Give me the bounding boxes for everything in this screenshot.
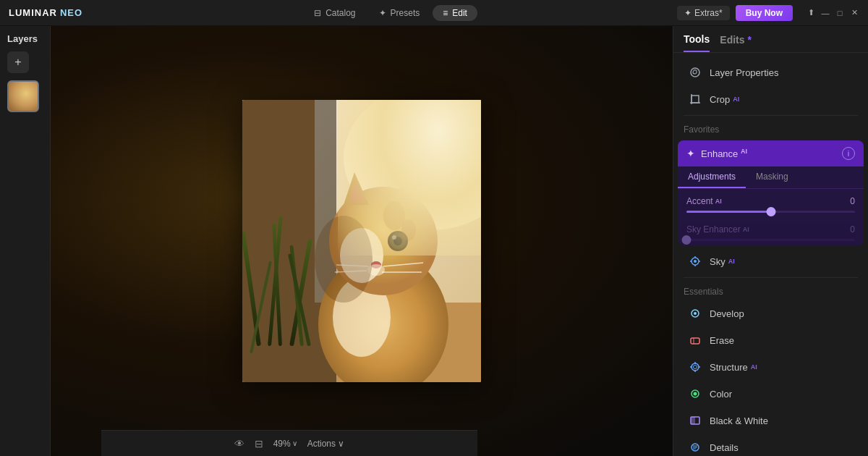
- structure-item[interactable]: StructureAI: [678, 354, 864, 380]
- layers-title: Layers: [0, 26, 50, 48]
- edits-dot: *: [747, 34, 751, 46]
- sky-icon: [688, 254, 702, 269]
- crop-label: CropAI: [710, 94, 739, 105]
- essentials-label: Essentials: [673, 281, 868, 300]
- svg-point-46: [694, 260, 697, 263]
- tools-tab-label: Tools: [684, 33, 710, 45]
- layer-properties-item[interactable]: Layer Properties: [678, 59, 864, 85]
- color-icon: [688, 387, 702, 401]
- develop-icon: [688, 306, 702, 321]
- sky-enhancer-slider-thumb[interactable]: [682, 235, 692, 245]
- sky-enhancer-label-row: Sky Enhancer AI 0: [686, 224, 855, 235]
- enhance-section: ✦ Enhance AI i Adjustments Masking: [678, 140, 864, 245]
- zoom-chevron-icon: ∨: [292, 439, 297, 447]
- structure-icon: [688, 360, 702, 374]
- visibility-toggle[interactable]: 👁: [234, 438, 244, 449]
- svg-point-56: [694, 366, 697, 369]
- bw-label: Black & White: [710, 415, 768, 426]
- svg-point-55: [692, 363, 699, 371]
- enhance-label: Enhance AI: [701, 148, 747, 159]
- enhance-header[interactable]: ✦ Enhance AI i: [678, 140, 864, 166]
- accent-label-row: Accent AI 0: [686, 196, 855, 206]
- svg-rect-42: [692, 96, 699, 103]
- layer-thumb-image: [9, 82, 38, 111]
- svg-marker-3: [15, 90, 21, 96]
- enhance-subtabs: Adjustments Masking: [678, 166, 864, 189]
- divider-2: [684, 277, 858, 278]
- buy-now-button[interactable]: Buy Now: [736, 5, 793, 21]
- svg-point-1: [14, 90, 35, 112]
- presets-label: Presets: [391, 8, 420, 18]
- bw-icon: [688, 413, 702, 428]
- enhance-subtab-adjustments[interactable]: Adjustments: [678, 166, 746, 188]
- add-layer-button[interactable]: +: [7, 51, 29, 73]
- erase-label: Erase: [710, 335, 734, 346]
- erase-icon: [688, 333, 702, 347]
- svg-point-52: [694, 312, 697, 315]
- sky-enhancer-value: 0: [850, 224, 855, 235]
- extras-label: Extras*: [694, 8, 723, 18]
- zoom-display: 49% ∨: [273, 439, 297, 449]
- svg-point-8: [23, 98, 26, 100]
- enhance-subtab-masking[interactable]: Masking: [746, 166, 799, 188]
- details-icon: [688, 440, 702, 455]
- sky-enhancer-slider-row: Sky Enhancer AI 0: [678, 217, 864, 245]
- erase-item[interactable]: Erase: [678, 327, 864, 353]
- titlebar: LUMINAR NEO ⊟ Catalog ✦ Presets ≡ Edit ✦…: [0, 0, 868, 26]
- layer-thumbnail[interactable]: [7, 80, 39, 112]
- right-panel: Tools Edits * Layer Properties: [673, 26, 868, 456]
- minimize-button[interactable]: —: [820, 8, 830, 18]
- color-label: Color: [710, 389, 732, 400]
- share-icon[interactable]: ⬆: [806, 8, 816, 18]
- svg-rect-0: [9, 82, 39, 112]
- bottom-toolbar: 👁 ⊟ 49% ∨ Actions ∨: [101, 430, 477, 456]
- tab-tools[interactable]: Tools: [684, 33, 710, 52]
- accent-slider-thumb[interactable]: [766, 207, 775, 216]
- structure-ai-badge: AI: [751, 363, 757, 371]
- divider-1: [684, 115, 858, 116]
- titlebar-actions: ✦ Extras* Buy Now ⬆ — □ ✕: [677, 5, 859, 21]
- svg-point-2: [17, 88, 33, 104]
- accent-value: 0: [850, 196, 855, 206]
- edit-label: Edit: [452, 8, 467, 18]
- logo-neo-text: NEO: [60, 7, 82, 18]
- details-label: Details: [710, 442, 739, 453]
- layers-panel: Layers +: [0, 26, 51, 456]
- svg-point-5: [24, 93, 31, 100]
- develop-item[interactable]: Develop: [678, 300, 864, 326]
- tools-section: Layer Properties CropAI Favorites: [673, 53, 868, 456]
- bw-item[interactable]: Black & White: [678, 408, 864, 434]
- sky-ai-badge: AI: [728, 258, 735, 265]
- extras-button[interactable]: ✦ Extras*: [677, 6, 730, 20]
- nav-tab-presets[interactable]: ✦ Presets: [369, 5, 430, 21]
- crop-ai-badge: AI: [733, 96, 739, 103]
- crop-item[interactable]: CropAI: [678, 86, 864, 112]
- nav-tab-catalog[interactable]: ⊟ Catalog: [304, 5, 365, 21]
- color-item[interactable]: Color: [678, 381, 864, 407]
- enhance-header-left: ✦ Enhance AI: [686, 148, 747, 159]
- accent-slider-track[interactable]: [686, 211, 855, 213]
- crop-icon: [688, 92, 702, 106]
- enhance-info-button[interactable]: i: [842, 147, 855, 160]
- sky-enhancer-slider-track[interactable]: [686, 239, 855, 241]
- tab-edits[interactable]: Edits *: [720, 34, 752, 51]
- accent-slider-row: Accent AI 0: [678, 189, 864, 217]
- compare-tool[interactable]: ⊟: [255, 438, 263, 449]
- svg-point-7: [16, 92, 25, 104]
- canvas-area: 👁 ⊟ 49% ∨ Actions ∨: [51, 26, 673, 456]
- sky-item[interactable]: Sky AI: [678, 248, 864, 274]
- panel-tabs: Tools Edits *: [673, 26, 868, 53]
- layer-thumb-svg: [9, 82, 39, 112]
- close-button[interactable]: ✕: [849, 8, 859, 18]
- svg-point-41: [691, 68, 699, 77]
- cat-image: [242, 100, 481, 382]
- maximize-button[interactable]: □: [835, 8, 845, 18]
- accent-label: Accent AI: [686, 196, 722, 206]
- details-item[interactable]: Details: [678, 434, 864, 456]
- layer-properties-icon: [688, 65, 702, 80]
- actions-button[interactable]: Actions ∨: [307, 439, 345, 449]
- svg-point-6: [25, 93, 29, 98]
- svg-point-62: [694, 392, 697, 396]
- sky-label: Sky AI: [710, 256, 735, 267]
- nav-tab-edit[interactable]: ≡ Edit: [433, 5, 477, 21]
